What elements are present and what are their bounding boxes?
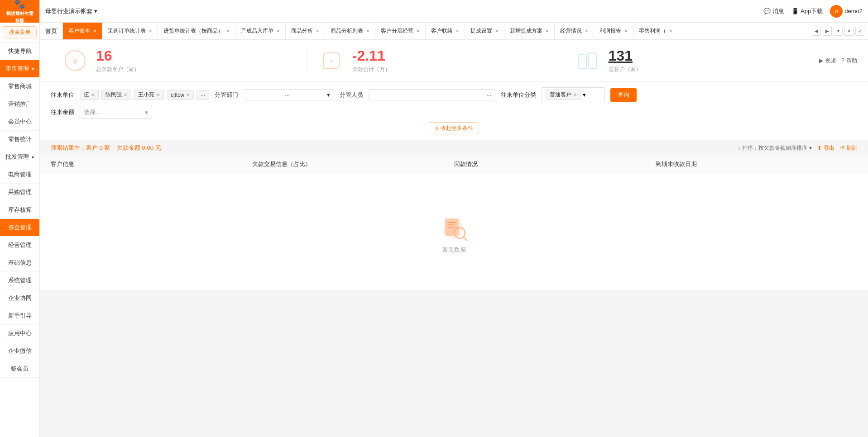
tab-prev-button[interactable]: ◀ [812, 27, 821, 36]
sidebar-item-retail-stats[interactable]: 零售统计 [0, 131, 39, 148]
tab-commission-settings[interactable]: 提成设置 ✕ [465, 23, 504, 40]
sidebar-item-purchase[interactable]: 采购管理 [0, 184, 39, 201]
results-actions: ↕ 排序：按欠款金额倒序排序 ▾ ⬆ 导出 ↺ 刷新 [738, 144, 857, 152]
balance-select[interactable]: 选择... ▾ [80, 106, 152, 119]
tab-new-commission[interactable]: 新增提成方案 ✕ [504, 23, 555, 40]
svg-rect-4 [578, 55, 586, 68]
tab-close-icon[interactable]: ✕ [669, 28, 672, 33]
tab-close-icon[interactable]: ✕ [93, 28, 96, 33]
sidebar-item-ecommerce[interactable]: 电商管理 [0, 166, 39, 184]
video-link[interactable]: ▶ 视频 [819, 57, 836, 65]
tab-profit-report[interactable]: 利润报告 ✕ [594, 23, 633, 40]
sidebar-item-basic-info[interactable]: 基础信息 [0, 254, 39, 272]
tag-close-wang[interactable]: ✕ [156, 92, 160, 97]
messages-button[interactable]: 💬 消息 [763, 7, 784, 15]
stats-bar: ¥ 16 总欠款客户（家） + -2.11 欠款合计（ [40, 40, 868, 82]
sidebar-item-finance[interactable]: 资金管理 [0, 219, 39, 237]
sidebar-item-member[interactable]: 会员中心 [0, 113, 39, 131]
more-tags-button[interactable]: ··· [197, 90, 209, 100]
sort-icon: ↕ [738, 145, 740, 151]
tab-operations[interactable]: 经营情况 ✕ [555, 23, 594, 40]
sidebar-item-retail-mall[interactable]: 零售商城 [0, 78, 39, 95]
account-chevron-icon: ▾ [94, 8, 97, 14]
stat-card-customers: ¥ 16 总欠款客户（家） [51, 47, 307, 74]
main-area: 母婴行业演示帐套 ▾ 💬 消息 📱 App下载 d demo2 首页 客户账本 [40, 0, 868, 437]
tab-next-button[interactable]: ▶ [823, 27, 832, 36]
sidebar-item-system[interactable]: 系统管理 [0, 272, 39, 290]
tag-close-cjttcw[interactable]: ✕ [186, 92, 190, 97]
svg-text:+: + [329, 57, 333, 65]
message-icon: 💬 [763, 8, 771, 14]
tab-close-icon[interactable]: ✕ [585, 28, 588, 33]
account-name: 母婴行业演示帐套 [45, 7, 92, 15]
tab-close-icon[interactable]: ✕ [416, 28, 420, 33]
filter-row-2: 往来余额 选择... ▾ [51, 106, 857, 119]
tag-close-wu[interactable]: ✕ [91, 92, 95, 97]
tab-customer-ledger[interactable]: 客户账本 ✕ [63, 23, 102, 40]
table-container: 客户信息 欠款交易信息（占比） 回款情况 到期未收款日期 [40, 156, 868, 290]
video-icon: ▶ [819, 57, 823, 64]
tab-navigation: ◀ ▶ ▾ ✕ ⤢ [808, 27, 868, 36]
tab-home[interactable]: 首页 [40, 23, 63, 40]
sidebar-item-wholesale[interactable]: 批发管理 ▾ [0, 148, 39, 166]
tab-purchase-order[interactable]: 采购订单统计表 ✕ [102, 23, 158, 40]
sidebar-item-wechat[interactable]: 企业微信 [0, 342, 39, 360]
user-menu[interactable]: d demo2 [830, 5, 863, 18]
tab-close-icon[interactable]: ✕ [545, 28, 549, 33]
help-link[interactable]: ? 帮助 [841, 57, 857, 65]
tab-product-analysis[interactable]: 商品分析 ✕ [286, 23, 325, 40]
tab-close-icon[interactable]: ✕ [276, 28, 280, 33]
sidebar-item-retail[interactable]: 零售管理 ▾ [0, 60, 39, 78]
export-button[interactable]: ⬆ 导出 [817, 144, 834, 152]
tag-close-normal[interactable]: ✕ [573, 92, 577, 97]
tab-close-icon[interactable]: ✕ [226, 28, 230, 33]
search-menu-button[interactable]: 搜索菜单 [3, 26, 37, 38]
tab-customer-stratification[interactable]: 客户分层经营 ✕ [375, 23, 426, 40]
sidebar-item-app-center[interactable]: 应用中心 [0, 325, 39, 342]
query-button[interactable]: 查询 [610, 88, 637, 102]
tab-customer-contact[interactable]: 客户联络 ✕ [426, 23, 465, 40]
dept-chevron-icon: ▾ [327, 91, 330, 98]
tab-retail-profit[interactable]: 零售利润（ ✕ [633, 23, 678, 40]
sidebar-item-operations[interactable]: 经营管理 [0, 237, 39, 254]
sidebar-item-marketing[interactable]: 营销推广 [0, 95, 39, 113]
tab-close-icon[interactable]: ✕ [149, 28, 152, 33]
collapse-button[interactable]: ∧ 收起更多条件 [429, 122, 479, 134]
category-select[interactable]: 普通客户 ✕ ▾ [542, 87, 605, 102]
sidebar-item-inventory[interactable]: 库存核算 [0, 201, 39, 219]
filter-tag-wang: 王小亮 ✕ [134, 90, 164, 100]
tab-close-icon[interactable]: ✕ [456, 28, 459, 33]
results-bar: 搜索结果中，客户 0 家 欠款金额 0.00 元 ↕ 排序：按欠款金额倒序排序 … [40, 140, 868, 156]
debt-icon: + [318, 47, 345, 74]
dept-select[interactable]: ··· ▾ [244, 89, 334, 100]
tab-close-icon[interactable]: ✕ [495, 28, 499, 33]
tab-menu-button[interactable]: ▾ [834, 27, 843, 36]
total-icon [574, 47, 601, 74]
collapse-area: ∧ 收起更多条件 [51, 122, 857, 134]
sidebar-item-vip[interactable]: 畅会员 [0, 360, 39, 378]
svg-rect-10 [447, 227, 455, 228]
svg-text:¥: ¥ [72, 57, 78, 66]
stat-card-debt: + -2.11 欠款合计（万） [307, 47, 563, 74]
tab-close-icon[interactable]: ✕ [366, 28, 369, 33]
tab-close-icon[interactable]: ✕ [624, 28, 628, 33]
sidebar-item-newbie[interactable]: 新手引导 [0, 307, 39, 325]
person-select[interactable]: ··· [369, 89, 495, 100]
collapse-up-icon: ∧ [435, 125, 439, 132]
sidebar-item-quick-nav[interactable]: 快捷导航 [0, 43, 39, 60]
tab-expand-button[interactable]: ⤢ [855, 27, 864, 36]
sidebar-item-enterprise[interactable]: 企业协同 [0, 290, 39, 307]
tab-close-all-button[interactable]: ✕ [844, 27, 854, 36]
tab-production-inbound[interactable]: 产成品入库单 ✕ [235, 23, 286, 40]
refresh-button[interactable]: ↺ 刷新 [840, 144, 857, 152]
tag-close-chen[interactable]: ✕ [124, 92, 127, 97]
tab-inbound-stats[interactable]: 进货单统计表（按商品） ✕ [158, 23, 235, 40]
app-download-button[interactable]: 📱 App下载 [791, 7, 823, 15]
logo-icon: 🐾 [14, 0, 25, 10]
tab-close-icon[interactable]: ✕ [316, 28, 319, 33]
filter-tag-normal-customer: 普通客户 ✕ [546, 90, 581, 100]
sort-button[interactable]: ↕ 排序：按欠款金额倒序排序 ▾ [738, 144, 812, 152]
account-selector[interactable]: 母婴行业演示帐套 ▾ [45, 7, 97, 15]
balance-chevron-icon: ▾ [145, 109, 148, 116]
tab-product-analysis-list[interactable]: 商品分析列表 ✕ [325, 23, 375, 40]
